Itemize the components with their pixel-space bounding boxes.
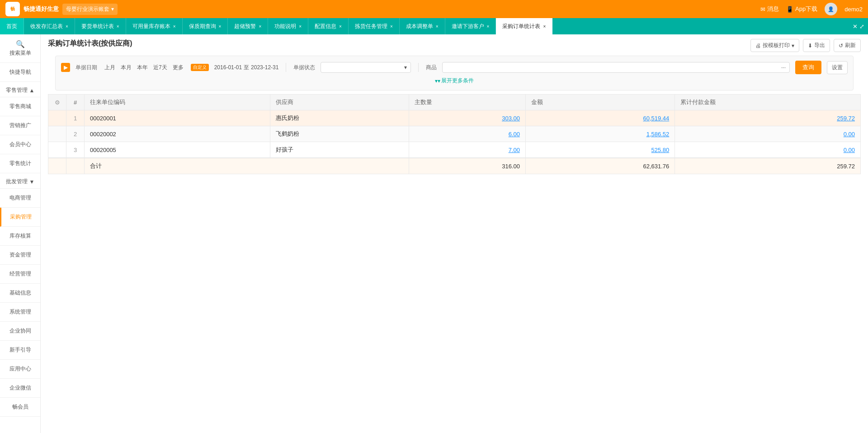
top-bar-right: ✉ 消息 📱 App下载 👤 demo2: [760, 3, 863, 15]
cell-paid-1[interactable]: 259.72: [675, 110, 861, 126]
tab-goods-stats-close[interactable]: ×: [117, 24, 119, 29]
cell-paid-3[interactable]: 0.00: [675, 142, 861, 158]
sidebar-item-finance[interactable]: 资金管理: [0, 246, 40, 265]
cell-code-2: 00020002: [85, 126, 270, 142]
tab-cost-adjust-label: 成本调整单: [406, 23, 433, 30]
nav-tabs: 首页 收发存汇总表 × 要货单统计表 × 可用量库存账本 × 保质期查询 × 超…: [0, 18, 868, 34]
tab-invite-downstream-close[interactable]: ×: [487, 24, 490, 29]
sidebar-item-retail[interactable]: 零售管理 ▲: [0, 82, 40, 97]
quick-nav-label: 快捷导航: [0, 68, 40, 76]
goods-input[interactable]: ···: [442, 62, 790, 73]
username[interactable]: demo2: [844, 6, 863, 13]
table-footer-row: 合计 316.00 62,631.76 259.72: [48, 158, 861, 174]
sidebar-item-basic-info[interactable]: 基础信息: [0, 284, 40, 303]
sidebar-item-member[interactable]: 会员中心: [0, 135, 40, 154]
tab-invite-downstream[interactable]: 邀请下游客户 ×: [445, 18, 496, 34]
date-range-separator: 至: [244, 64, 249, 71]
export-button[interactable]: ⬇ 导出: [803, 39, 830, 52]
tab-purchase-stats[interactable]: 采购订单统计表 ×: [496, 18, 552, 34]
col-code: 往来单位编码: [85, 95, 270, 110]
col-settings: ⚙: [48, 95, 66, 110]
cell-rownum-2: 2: [66, 126, 85, 142]
sidebar-item-ecommerce[interactable]: 电商管理: [0, 189, 40, 208]
sidebar-item-operations[interactable]: 经营管理: [0, 265, 40, 284]
inventory-label: 库存核算: [0, 232, 40, 240]
shortcut-7days[interactable]: 近7天: [151, 63, 169, 72]
shortcut-more[interactable]: 更多: [171, 63, 185, 72]
tab-overstock-alert[interactable]: 超储预警 ×: [228, 18, 268, 34]
new-guide-label: 新手引导: [0, 346, 40, 354]
cell-amount-1[interactable]: 60,519.44: [525, 110, 675, 126]
sidebar-item-marketing[interactable]: 营销推广: [0, 116, 40, 135]
user-avatar[interactable]: 👤: [825, 3, 837, 15]
tab-config-info-close[interactable]: ×: [339, 24, 342, 29]
col-paid: 累计付款金额: [675, 95, 861, 110]
tab-expiry-query-close[interactable]: ×: [219, 24, 222, 29]
sidebar-item-enterprise-wechat[interactable]: 企业微信: [0, 379, 40, 398]
sidebar-item-retail-shop[interactable]: 零售商城: [0, 97, 40, 116]
expand-conditions-btn[interactable]: ▾▾ 展开更多条件: [435, 77, 474, 85]
filter-section: ▶ 单据日期 上月 本月 本年 近7天 更多 自定义 2016-01-01 至 …: [41, 52, 868, 94]
shortcut-this-month[interactable]: 本月: [119, 63, 133, 72]
cell-quantity-1[interactable]: 303.00: [409, 110, 525, 126]
batch-label: 批发管理: [6, 178, 28, 186]
status-select[interactable]: ▾: [321, 62, 411, 73]
tab-receive-summary-close[interactable]: ×: [66, 24, 68, 29]
col-rownum: #: [66, 95, 85, 110]
tab-cost-adjust-close[interactable]: ×: [436, 24, 439, 29]
sidebar-item-inventory[interactable]: 库存核算: [0, 227, 40, 246]
message-icon: ✉: [760, 6, 765, 13]
tab-expiry-query[interactable]: 保质期查询 ×: [183, 18, 228, 34]
tab-cost-adjust[interactable]: 成本调整单 ×: [400, 18, 445, 34]
tab-function-desc[interactable]: 功能说明 ×: [268, 18, 308, 34]
table-body: 1 00020001 惠氏奶粉 303.00 60,519.44 259.72 …: [48, 110, 861, 158]
date-shortcuts: 上月 本月 本年 近7天 更多: [103, 63, 185, 72]
sidebar-item-system[interactable]: 系统管理: [0, 303, 40, 322]
tab-available-stock-close[interactable]: ×: [173, 24, 176, 29]
cell-quantity-3[interactable]: 7.00: [409, 142, 525, 158]
cell-amount-3[interactable]: 525.80: [525, 142, 675, 158]
date-to[interactable]: 2023-12-31: [251, 64, 278, 71]
tab-goods-stats[interactable]: 要货单统计表 ×: [75, 18, 126, 34]
sidebar-item-quick-nav[interactable]: 快捷导航: [0, 63, 40, 82]
sidebar-item-batch[interactable]: 批发管理 ▼: [0, 173, 40, 189]
tab-picking-task[interactable]: 拣货任务管理 ×: [349, 18, 400, 34]
messages-btn[interactable]: ✉ 消息: [760, 5, 779, 13]
cell-paid-2[interactable]: 0.00: [675, 126, 861, 142]
printer-icon: 🖨: [755, 43, 761, 49]
query-button[interactable]: 查询: [795, 61, 821, 74]
sidebar-item-enterprise-collab[interactable]: 企业协同: [0, 322, 40, 341]
tab-home[interactable]: 首页: [0, 18, 24, 34]
maximize-icon[interactable]: ⤢: [859, 23, 864, 30]
date-from[interactable]: 2016-01-01: [214, 64, 242, 71]
cell-quantity-2[interactable]: 6.00: [409, 126, 525, 142]
company-selector[interactable]: 母婴行业演示账套 ▾: [62, 4, 118, 15]
tab-goods-stats-label: 要货单统计表: [81, 23, 114, 30]
print-button[interactable]: 🖨 按模板打印 ▾: [750, 39, 799, 52]
cell-amount-2[interactable]: 1,586.52: [525, 126, 675, 142]
tab-config-info[interactable]: 配置信息 ×: [308, 18, 349, 34]
tab-available-stock[interactable]: 可用量库存账本 ×: [126, 18, 183, 34]
sidebar-item-search[interactable]: 🔍 搜索菜单: [0, 34, 40, 63]
enterprise-collab-label: 企业协同: [0, 327, 40, 335]
sidebar-item-vip-member[interactable]: 畅会员: [0, 398, 40, 417]
tab-function-desc-label: 功能说明: [274, 23, 296, 30]
tab-purchase-stats-close[interactable]: ×: [543, 24, 546, 29]
app-download-btn[interactable]: 📱 App下载: [786, 5, 817, 13]
shortcut-this-year[interactable]: 本年: [135, 63, 150, 72]
toggle-filter-btn[interactable]: ▶: [61, 63, 70, 72]
refresh-button[interactable]: ↺ 刷新: [834, 39, 861, 52]
shortcut-last-month[interactable]: 上月: [103, 63, 117, 72]
sidebar-item-new-guide[interactable]: 新手引导: [0, 341, 40, 360]
sidebar-item-app-center[interactable]: 应用中心: [0, 360, 40, 379]
tab-function-desc-close[interactable]: ×: [299, 24, 302, 29]
tab-receive-summary[interactable]: 收发存汇总表 ×: [24, 18, 75, 34]
sidebar-item-purchase[interactable]: 采购管理: [0, 208, 40, 227]
settings-button[interactable]: 设置: [827, 61, 848, 74]
app-center-label: 应用中心: [0, 365, 40, 373]
col-settings-icon[interactable]: ⚙: [55, 99, 60, 106]
tab-overstock-alert-close[interactable]: ×: [259, 24, 261, 29]
close-all-icon[interactable]: ✕: [853, 23, 858, 30]
tab-picking-task-close[interactable]: ×: [390, 24, 393, 29]
sidebar-item-retail-stats[interactable]: 零售统计: [0, 154, 40, 173]
